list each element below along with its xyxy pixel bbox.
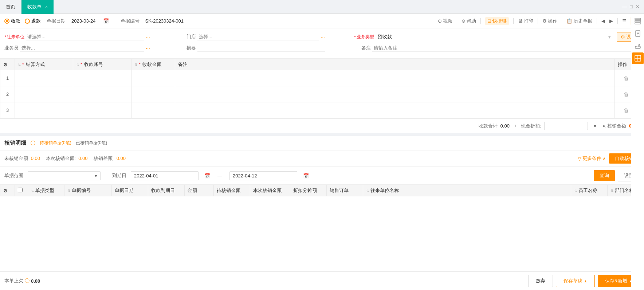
calendar-to-icon[interactable]: 📅 (303, 173, 309, 179)
discount-input[interactable] (544, 122, 588, 130)
date-to-input[interactable] (229, 171, 297, 180)
sort-icon-amount[interactable]: ⇅ (134, 63, 137, 67)
detail-settings-icon[interactable]: ⚙ (3, 188, 8, 193)
completed-tab[interactable]: 已核销单据(0笔) (76, 140, 107, 146)
row2-account[interactable] (73, 86, 131, 102)
nav-right-btn[interactable]: ▶ (609, 18, 613, 24)
detail-select-all[interactable] (18, 188, 23, 192)
save-draft-btn[interactable]: 保存草稿 ▲ (556, 275, 595, 287)
date-picker-icon[interactable]: 📅 (103, 18, 109, 24)
help-btn[interactable]: ⊙ 帮助 (462, 18, 476, 24)
sort-doc-num[interactable]: ⇅ (67, 189, 70, 193)
sort-doc-type[interactable]: ⇅ (31, 189, 34, 193)
sort-counterparty[interactable]: ⇅ (366, 189, 369, 193)
row1-amount[interactable] (131, 70, 175, 86)
toolbar-right: ⊙ 视频 ⊙ 帮助 ⊟ 快捷键 🖶 打印 ⚙ 操作 (438, 17, 640, 25)
tab-close-icon[interactable]: × (45, 4, 48, 9)
sidebar-doc-icon[interactable] (632, 28, 644, 39)
detail-col-receipt-date: 收款到期日 (148, 185, 185, 196)
business-type-value: 预收款 (378, 34, 392, 40)
current-label: 本次核销金额 (253, 188, 282, 193)
detail-col-discount: 折扣分摊额 (290, 185, 327, 196)
calendar-from-icon[interactable]: 📅 (204, 173, 210, 179)
divider6 (597, 18, 597, 24)
date-from-input[interactable] (131, 171, 199, 180)
store-input[interactable] (197, 33, 319, 40)
query-btn[interactable]: 查询 (594, 170, 615, 181)
more-conditions-btn[interactable]: ▽ 更多条件 ∧ (578, 155, 606, 162)
svg-rect-1 (635, 20, 641, 22)
print-btn[interactable]: 🖶 打印 (518, 18, 533, 24)
video-label: 视频 (443, 18, 452, 24)
discard-btn[interactable]: 放弃 (528, 275, 553, 287)
range-select[interactable]: ▾ (28, 171, 101, 180)
sort-icon-account[interactable]: ⇅ (76, 63, 79, 67)
col-amount-header: ⇅ * 收款金额 (131, 59, 175, 70)
radio-refund-label: 退款 (31, 18, 41, 24)
history-btn[interactable]: 📋 历史单据 (566, 18, 592, 24)
settings-icon[interactable]: ⚙ (3, 62, 8, 67)
close-icon[interactable]: ✕ (636, 4, 640, 9)
counterparty-input[interactable] (26, 33, 144, 40)
row3-amount[interactable] (131, 102, 175, 118)
business-type-dropdown[interactable]: ▾ (608, 34, 611, 40)
col-note-label: 备注 (178, 62, 188, 67)
detail-col-current: 本次核销金额 (250, 185, 290, 196)
note-input[interactable] (372, 44, 640, 52)
radio-refund[interactable]: 退款 (25, 18, 41, 24)
detail-col-settings[interactable]: ⚙ (0, 185, 15, 196)
total-label: 收款合计 (479, 123, 498, 129)
save-draft-label: 保存草稿 (564, 278, 582, 284)
list-view-btn[interactable]: ≡ (622, 17, 626, 25)
staff-input[interactable] (20, 44, 144, 52)
minimize-icon[interactable]: — (622, 4, 627, 9)
row-num-3: 3 (0, 102, 15, 118)
row-num-2: 2 (0, 86, 15, 102)
operations-btn[interactable]: ⚙ 操作 (542, 18, 557, 24)
right-sidebar (631, 14, 644, 290)
sort-icon-settlement[interactable]: ⇅ (18, 63, 21, 67)
store-more-icon[interactable]: ··· (321, 34, 325, 40)
nav-left-btn[interactable]: ◀ (601, 18, 605, 24)
row2-note[interactable] (175, 86, 615, 102)
radio-receipt[interactable]: 收款 (4, 18, 20, 24)
summary-input[interactable] (197, 44, 325, 52)
row3-account[interactable] (73, 102, 131, 118)
row1-account[interactable] (73, 70, 131, 86)
row1-note[interactable] (175, 70, 615, 86)
row2-amount[interactable] (131, 86, 175, 102)
row2-settlement[interactable] (15, 86, 73, 102)
row2-delete-icon[interactable]: 🗑 (624, 91, 629, 97)
stat-info-icon[interactable]: ⓘ (25, 278, 30, 284)
counterparty-more-icon[interactable]: ··· (146, 34, 150, 40)
number-value: SK-20230324-001 (145, 18, 184, 24)
row3-delete-icon[interactable]: 🗑 (624, 107, 629, 113)
sidebar-expand-icon[interactable] (632, 52, 644, 64)
col-settings-header[interactable]: ⚙ (0, 59, 15, 70)
sort-dept[interactable]: ⇅ (610, 189, 613, 193)
pending-tab[interactable]: 待核销单据(0笔) (40, 140, 71, 146)
save-draft-caret[interactable]: ▲ (584, 279, 588, 283)
current-label: 本次核销金额: (46, 156, 76, 161)
tab-bar: 首页 收款单 × — □ ✕ (0, 0, 644, 14)
sidebar-link-icon[interactable] (632, 40, 644, 52)
video-btn[interactable]: ⊙ 视频 (438, 18, 452, 24)
verification-info-icon[interactable]: ⓘ (31, 140, 35, 146)
shortcut-btn[interactable]: ⊟ 快捷键 (485, 17, 509, 25)
tab-home[interactable]: 首页 (0, 0, 21, 14)
summary-field: 摘要 (179, 44, 325, 52)
staff-more-icon[interactable]: ··· (146, 45, 150, 51)
row1-delete-icon[interactable]: 🗑 (624, 75, 629, 81)
maximize-icon[interactable]: □ (630, 4, 633, 9)
row3-settlement[interactable] (15, 102, 73, 118)
row3-note[interactable] (175, 102, 615, 118)
operations-icon: ⚙ (542, 18, 547, 24)
current-value: 0.00 (78, 156, 87, 161)
verification-title: 核销明细 (4, 140, 26, 146)
sidebar-table-icon[interactable] (632, 15, 644, 27)
tab-receipt[interactable]: 收款单 × (21, 0, 54, 14)
table-header-row: ⚙ ⇅ * 结算方式 ⇅ * 收款账号 ⇅ * 收款 (0, 59, 644, 70)
sort-staff[interactable]: ⇅ (574, 189, 577, 193)
doc-num-label: 单据编号 (72, 188, 91, 193)
row1-settlement[interactable] (15, 70, 73, 86)
